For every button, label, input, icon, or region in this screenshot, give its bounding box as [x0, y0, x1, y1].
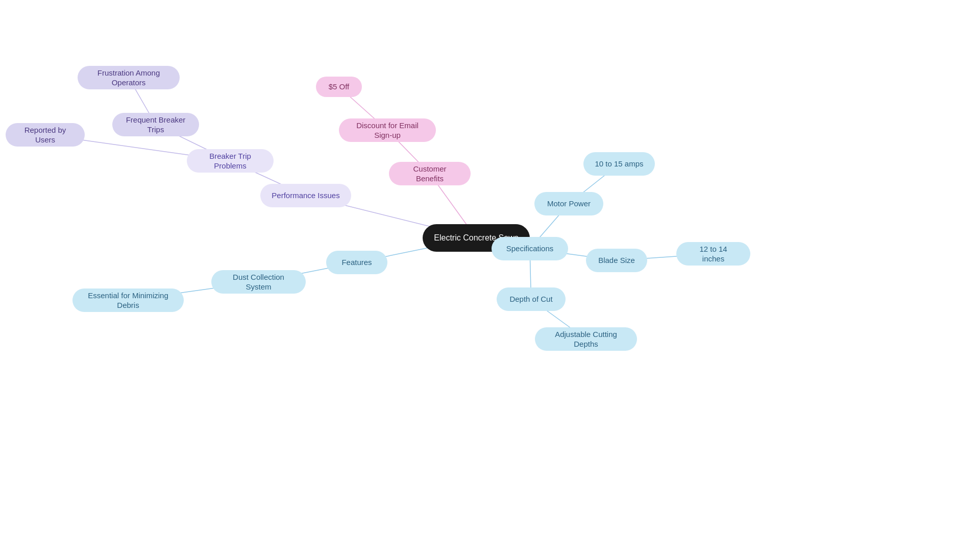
node-twelve-to-fourteen-inches[interactable]: 12 to 14 inches [676, 242, 750, 266]
node-depth-of-cut[interactable]: Depth of Cut [497, 287, 566, 311]
node-essential-minimizing-debris[interactable]: Essential for Minimizing Debris [72, 288, 184, 312]
node-features[interactable]: Features [326, 251, 387, 274]
node-performance-issues[interactable]: Performance Issues [260, 184, 351, 207]
node-specifications[interactable]: Specifications [492, 237, 568, 260]
node-motor-power[interactable]: Motor Power [534, 192, 603, 215]
node-breaker-trip-problems[interactable]: Breaker Trip Problems [187, 149, 274, 173]
node-adjustable-cutting-depths[interactable]: Adjustable Cutting Depths [535, 327, 637, 351]
node-reported-by-users[interactable]: Reported by Users [6, 123, 85, 147]
node-dust-collection-system[interactable]: Dust Collection System [211, 270, 306, 294]
node-ten-to-fifteen-amps[interactable]: 10 to 15 amps [583, 152, 655, 176]
node-frequent-breaker-trips[interactable]: Frequent Breaker Trips [112, 113, 199, 136]
node-customer-benefits[interactable]: Customer Benefits [389, 162, 471, 185]
node-five-dollars-off[interactable]: $5 Off [316, 77, 362, 97]
node-blade-size[interactable]: Blade Size [586, 249, 647, 272]
node-frustration-among-operators[interactable]: Frustration Among Operators [78, 66, 180, 89]
node-discount-email-signup[interactable]: Discount for Email Sign-up [339, 118, 436, 142]
